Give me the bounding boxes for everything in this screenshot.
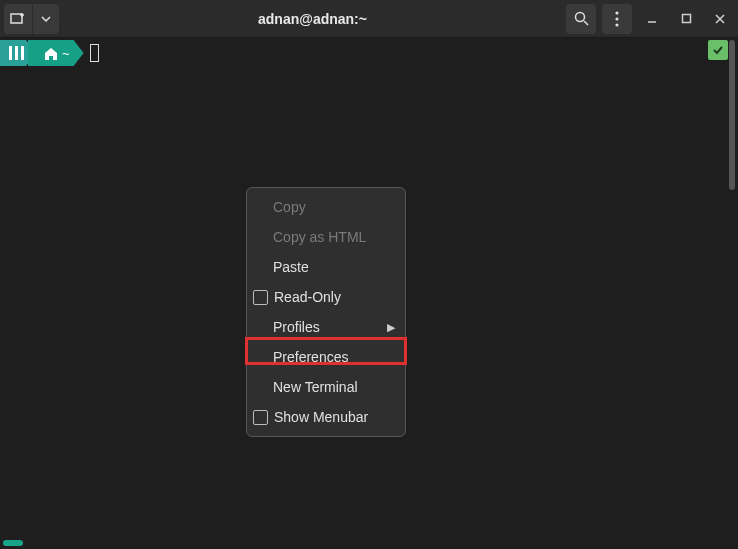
menu-paste-label: Paste xyxy=(273,259,309,275)
search-button[interactable] xyxy=(566,4,596,34)
titlebar: adnan@adnan:~ xyxy=(0,0,738,38)
minimize-button[interactable] xyxy=(638,5,666,33)
menu-paste[interactable]: Paste xyxy=(247,252,405,282)
menu-copy: Copy xyxy=(247,192,405,222)
menu-copy-html-label: Copy as HTML xyxy=(273,229,366,245)
scrollbar-horizontal[interactable] xyxy=(3,540,23,546)
minimize-icon xyxy=(646,13,658,25)
new-tab-icon xyxy=(10,11,26,27)
menu-button[interactable] xyxy=(602,4,632,34)
menu-read-only[interactable]: Read-Only xyxy=(247,282,405,312)
breadcrumb-home: ~ xyxy=(28,40,84,66)
new-tab-split-button[interactable] xyxy=(4,4,59,34)
menu-preferences-label: Preferences xyxy=(273,349,348,365)
svg-point-4 xyxy=(615,23,618,26)
search-icon xyxy=(574,11,589,26)
breadcrumb-bar: ~ xyxy=(0,38,738,68)
submenu-arrow-icon: ▶ xyxy=(387,321,395,334)
menu-preferences[interactable]: Preferences xyxy=(247,342,405,372)
check-icon xyxy=(712,44,724,56)
new-tab-dropdown[interactable] xyxy=(33,4,59,34)
breadcrumb-home-label: ~ xyxy=(62,46,70,61)
menu-show-menubar[interactable]: Show Menubar xyxy=(247,402,405,432)
close-icon xyxy=(714,13,726,25)
checkbox-icon xyxy=(253,410,268,425)
menu-show-menubar-label: Show Menubar xyxy=(274,409,368,425)
menu-copy-label: Copy xyxy=(273,199,306,215)
close-button[interactable] xyxy=(706,5,734,33)
menu-profiles-label: Profiles xyxy=(273,319,320,335)
manjaro-icon xyxy=(9,46,27,60)
svg-point-3 xyxy=(615,17,618,20)
maximize-button[interactable] xyxy=(672,5,700,33)
menu-new-terminal-label: New Terminal xyxy=(273,379,358,395)
window-title: adnan@adnan:~ xyxy=(63,11,562,27)
menu-new-terminal[interactable]: New Terminal xyxy=(247,372,405,402)
menu-copy-as-html: Copy as HTML xyxy=(247,222,405,252)
checkbox-icon xyxy=(253,290,268,305)
menu-read-only-label: Read-Only xyxy=(274,289,341,305)
titlebar-right xyxy=(566,4,734,34)
chevron-down-icon xyxy=(41,14,51,24)
context-menu: Copy Copy as HTML Paste Read-Only Profil… xyxy=(246,187,406,437)
svg-point-2 xyxy=(615,11,618,14)
kebab-menu-icon xyxy=(615,11,619,27)
svg-rect-5 xyxy=(682,15,690,23)
maximize-icon xyxy=(681,13,692,24)
status-badge xyxy=(708,40,728,60)
scrollbar-vertical[interactable] xyxy=(729,40,735,190)
menu-profiles[interactable]: Profiles ▶ xyxy=(247,312,405,342)
new-tab-button[interactable] xyxy=(4,4,33,34)
svg-point-1 xyxy=(575,13,584,22)
home-icon xyxy=(44,47,58,60)
terminal-cursor xyxy=(90,44,99,62)
